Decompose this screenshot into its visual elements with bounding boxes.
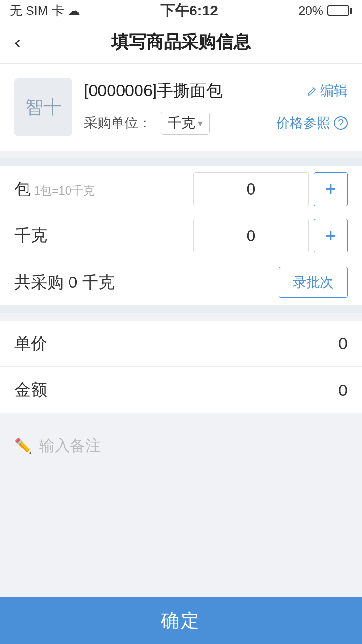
back-button[interactable]: ‹ (14, 31, 21, 53)
product-logo: 智十 (25, 95, 62, 120)
price-ref-button[interactable]: 价格参照 ? (276, 114, 348, 132)
status-time: 下午6:12 (160, 1, 218, 21)
bag-plus-button[interactable]: + (314, 172, 348, 206)
help-icon: ? (334, 116, 348, 130)
edit-link[interactable]: 编辑 (307, 82, 348, 100)
amount-value: 0 (338, 381, 348, 400)
kg-input-row: 千克 + (0, 212, 362, 259)
unit-price-value: 0 (338, 334, 348, 353)
product-name-row: [0000006]手撕面包 编辑 (84, 80, 348, 102)
product-name: [0000006]手撕面包 (84, 80, 223, 102)
kg-plus-button[interactable]: + (314, 219, 348, 252)
edit-label: 编辑 (320, 82, 348, 100)
amount-label: 金额 (14, 379, 47, 401)
section-divider-2 (0, 305, 362, 313)
status-right: 20% (298, 3, 352, 18)
product-info: [0000006]手撕面包 编辑 采购单位： 千克 ▾ (84, 80, 348, 135)
status-battery-pct: 20% (298, 3, 323, 18)
chevron-down-icon: ▾ (198, 117, 203, 129)
pencil-icon: ✏️ (14, 437, 32, 454)
page-title: 填写商品采购信息 (111, 30, 251, 54)
product-unit-row: 采购单位： 千克 ▾ 价格参照 ? (84, 112, 348, 135)
bag-input-row: 包1包=10千克 + (0, 166, 362, 212)
product-image: 智十 (14, 78, 72, 136)
unit-price-label: 单价 (14, 333, 47, 355)
unit-value: 千克 (168, 114, 195, 132)
nav-bar: ‹ 填写商品采购信息 (0, 21, 362, 64)
amount-row: 金额 0 (0, 367, 362, 413)
unit-selector[interactable]: 采购单位： 千克 ▾ (84, 112, 210, 135)
unit-price-row: 单价 0 (0, 321, 362, 367)
battery-icon (327, 5, 352, 16)
remark-placeholder: 输入备注 (39, 435, 101, 457)
price-ref-label: 价格参照 (276, 114, 330, 132)
remark-section[interactable]: ✏️ 输入备注 (0, 421, 362, 479)
total-label: 共采购 0 千克 (14, 271, 115, 294)
section-divider-1 (0, 158, 362, 166)
bag-quantity-input[interactable] (193, 172, 309, 206)
kg-label: 千克 (14, 224, 92, 247)
confirm-button[interactable]: 确定 (0, 597, 362, 644)
product-card: 智十 [0000006]手撕面包 编辑 采购单位： 千克 ▾ (0, 64, 362, 151)
bag-label: 包1包=10千克 (14, 178, 95, 200)
total-row: 共采购 0 千克 录批次 (0, 259, 362, 305)
bottom-spacer (0, 479, 362, 575)
bag-sublabel: 1包=10千克 (34, 184, 95, 197)
unit-select[interactable]: 千克 ▾ (161, 112, 210, 135)
price-section: 单价 0 金额 0 (0, 321, 362, 413)
status-bar: 无 SIM 卡 ☁ 下午6:12 20% (0, 0, 362, 21)
kg-quantity-input[interactable] (193, 219, 309, 252)
unit-label: 采购单位： (84, 115, 152, 130)
batch-button[interactable]: 录批次 (279, 267, 348, 298)
quantity-section: 包1包=10千克 + 千克 + (0, 166, 362, 259)
edit-icon (307, 85, 318, 96)
status-left: 无 SIM 卡 ☁ (10, 2, 80, 19)
